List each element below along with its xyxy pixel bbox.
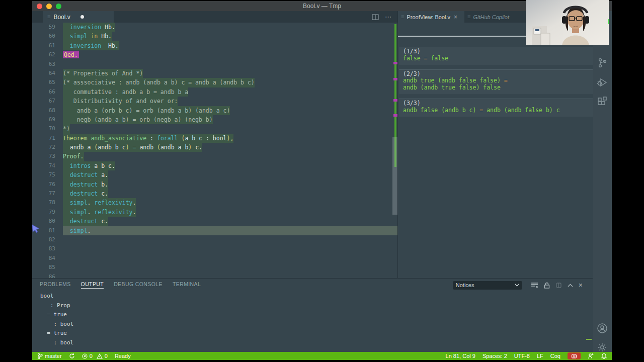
- editor-line[interactable]: 84: [32, 254, 397, 263]
- line-number[interactable]: 77: [32, 189, 63, 198]
- editor-line[interactable]: 59 inversion Hb.: [32, 23, 397, 32]
- close-tab-icon[interactable]: ×: [454, 14, 457, 21]
- chevron-down-icon: [515, 284, 519, 287]
- indentation[interactable]: Spaces: 2: [482, 353, 507, 359]
- editor-line[interactable]: 65(* asssociative : andb (andb a b) c = …: [32, 78, 397, 87]
- line-number[interactable]: 78: [32, 198, 63, 207]
- problems-item[interactable]: 0 0: [82, 353, 108, 359]
- file-icon: ≡: [401, 14, 404, 20]
- clear-output-icon[interactable]: [531, 282, 538, 288]
- line-number[interactable]: 85: [32, 263, 63, 272]
- maximize-panel-icon[interactable]: [568, 284, 573, 287]
- sync-icon[interactable]: [69, 353, 75, 359]
- extension-badge[interactable]: [568, 352, 581, 359]
- pin-panel-icon[interactable]: [555, 282, 562, 289]
- tab-label: Bool.v: [53, 14, 70, 21]
- language-mode[interactable]: Coq: [550, 353, 560, 359]
- editor-line[interactable]: 74 intros a b c.: [32, 161, 397, 170]
- eol-sequence[interactable]: LF: [537, 353, 543, 359]
- editor-line[interactable]: 79 simpl. reflexivity.: [32, 208, 397, 217]
- editor-line[interactable]: 80 destruct c.: [32, 217, 397, 226]
- feedback-icon[interactable]: [588, 353, 594, 359]
- editor-line[interactable]: 70*): [32, 124, 397, 133]
- line-number[interactable]: 71: [32, 134, 63, 143]
- split-editor-icon[interactable]: [372, 14, 379, 20]
- editor-line[interactable]: 73Proof.: [32, 152, 397, 161]
- code-text: inversion Hb.: [63, 41, 119, 50]
- line-number[interactable]: 73: [32, 152, 63, 161]
- code-text: destruct c.: [63, 217, 108, 226]
- run-debug-icon[interactable]: [596, 76, 608, 88]
- output-line: bool: [40, 292, 73, 301]
- account-icon[interactable]: [596, 322, 608, 334]
- output-channel-select[interactable]: Notices: [453, 281, 522, 290]
- ready-status[interactable]: Ready: [115, 353, 131, 359]
- panel-tab-terminal[interactable]: TERMINAL: [173, 281, 201, 288]
- output-line: : Prop: [40, 301, 73, 311]
- line-number[interactable]: 83: [32, 244, 63, 253]
- extensions-icon[interactable]: [596, 96, 608, 108]
- editor-line[interactable]: 71Theorem andb_associative : forall (a b…: [32, 134, 397, 143]
- line-number[interactable]: 60: [32, 32, 63, 41]
- editor-line[interactable]: 85: [32, 263, 397, 272]
- line-number[interactable]: 74: [32, 161, 63, 170]
- editor-line[interactable]: 76 destruct b.: [32, 180, 397, 189]
- editor-line[interactable]: 64(* Properties of And *): [32, 69, 397, 78]
- line-number[interactable]: 86: [32, 273, 63, 278]
- line-number[interactable]: 75: [32, 170, 63, 179]
- editor-line[interactable]: 67 Distributivity of and over or:: [32, 97, 397, 106]
- panel-tab-output[interactable]: OUTPUT: [81, 281, 104, 289]
- line-number[interactable]: 76: [32, 180, 63, 189]
- line-number[interactable]: 62: [32, 50, 63, 59]
- line-number[interactable]: 79: [32, 208, 63, 217]
- editor-line[interactable]: 63: [32, 60, 397, 69]
- line-number[interactable]: 66: [32, 87, 63, 97]
- editor-line[interactable]: 77 destruct c.: [32, 189, 397, 198]
- editor-line[interactable]: 68 andb a (orb b c) = orb (andb a b) (an…: [32, 106, 397, 115]
- editor-line[interactable]: 72 andb a (andb b c) = andb (andb a b) c…: [32, 143, 397, 152]
- notifications-bell-icon[interactable]: [601, 353, 607, 359]
- editor-lines: 59 inversion Hb.60 simpl in Hb.61 invers…: [32, 23, 397, 278]
- line-number[interactable]: 69: [32, 115, 63, 124]
- editor-line[interactable]: 75 destruct a.: [32, 170, 397, 179]
- line-number[interactable]: 64: [32, 69, 63, 78]
- line-number[interactable]: 59: [32, 23, 63, 32]
- lock-scroll-icon[interactable]: [544, 282, 550, 289]
- line-number[interactable]: 65: [32, 78, 63, 87]
- editor-scrollbar[interactable]: [392, 137, 397, 215]
- encoding[interactable]: UTF-8: [514, 353, 530, 359]
- line-number[interactable]: 61: [32, 41, 63, 50]
- editor-line[interactable]: 78 simpl. reflexivity.: [32, 198, 397, 207]
- line-number[interactable]: 63: [32, 60, 63, 69]
- code-editor[interactable]: 59 inversion Hb.60 simpl in Hb.61 invers…: [32, 23, 397, 278]
- editor-line[interactable]: 69 negb (andb a b) = orb (negb a) (negb …: [32, 115, 397, 124]
- editor-line[interactable]: 66 commutative : andb a b = andb b a: [32, 87, 397, 97]
- source-control-icon[interactable]: [596, 57, 608, 69]
- line-number[interactable]: 68: [32, 106, 63, 115]
- line-number[interactable]: 72: [32, 143, 63, 152]
- editor-line[interactable]: 86: [32, 273, 397, 278]
- tab-proofview[interactable]: ≡ ProofView: Bool.v ×: [398, 11, 464, 23]
- modified-dot-icon[interactable]: [80, 15, 84, 19]
- editor-line[interactable]: 82: [32, 235, 397, 244]
- tab-label: GitHub Copilot: [473, 14, 509, 20]
- editor-line[interactable]: 60 simpl in Hb.: [32, 32, 397, 41]
- git-branch-item[interactable]: master: [37, 353, 62, 359]
- editor-line[interactable]: 81 simpl.: [32, 226, 397, 235]
- more-actions-icon[interactable]: ⋯: [385, 13, 391, 21]
- editor-line[interactable]: 62Qed.: [32, 50, 397, 59]
- panel-tab-debug-console[interactable]: DEBUG CONSOLE: [114, 281, 163, 288]
- line-number[interactable]: 70: [32, 124, 63, 133]
- output-line: = true: [40, 310, 73, 320]
- close-panel-icon[interactable]: ×: [579, 282, 583, 289]
- editor-line[interactable]: 61 inversion Hb.: [32, 41, 397, 50]
- output-content: bool : Prop = true : bool = true : bool: [40, 292, 73, 347]
- tab-github-copilot[interactable]: ≡ GitHub Copilot: [464, 11, 519, 23]
- tab-boolv[interactable]: ≡ Bool.v: [43, 11, 114, 23]
- cursor-position[interactable]: Ln 81, Col 9: [446, 353, 475, 359]
- line-number[interactable]: 84: [32, 254, 63, 263]
- panel-tab-problems[interactable]: PROBLEMS: [40, 281, 71, 288]
- line-number[interactable]: 82: [32, 235, 63, 244]
- editor-line[interactable]: 83: [32, 244, 397, 253]
- line-number[interactable]: 67: [32, 97, 63, 106]
